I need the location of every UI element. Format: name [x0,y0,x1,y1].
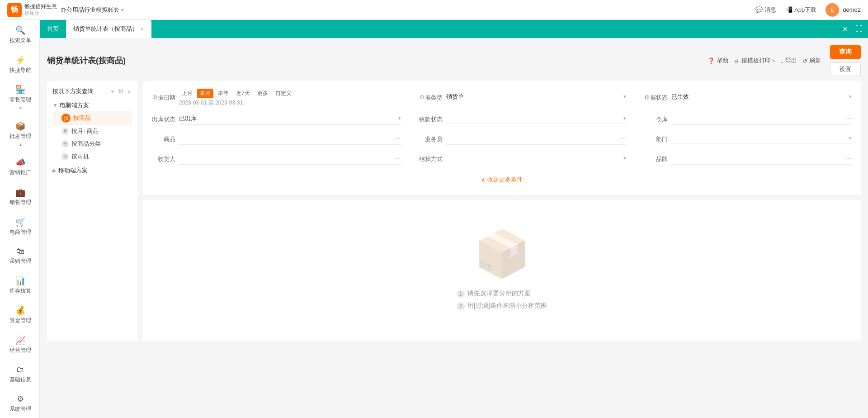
scheme-collapse-icon[interactable]: « [127,87,132,96]
user-name: demo2 [843,6,861,13]
avatar: E [826,3,839,17]
date-range-display: 2023-03-01 至 2023-03-31 [179,99,401,107]
filter-warehouse-control: ··· [671,114,852,125]
filter-out-status-select[interactable]: 已出库 ▾ [179,114,401,123]
message-label: 消息 [764,6,776,14]
workspace-selector[interactable]: 办公用品行业模拟账套 ▾ [61,6,124,14]
sidebar-item-marketing[interactable]: 📣 营销推广 [0,152,39,182]
sidebar: 🔍 搜索菜单 ⚡ 快捷导航 🏪 零售管理 ▾ 📦 批发管理 ▴ 📣 营销推广 💼… [0,20,40,418]
scheme-item-by-product[interactable]: 按 按商品 [52,111,132,125]
add-scheme-button[interactable]: + [110,87,115,96]
date-shortcut-this-year[interactable]: 本年 [215,89,231,98]
date-shortcut-more[interactable]: 更多 [255,89,271,98]
doc-type-arrow-icon: ▾ [623,94,626,100]
date-shortcut-prev-month[interactable]: 上月 [179,89,195,98]
filter-settlement-select[interactable]: ▾ [446,155,627,161]
filter-settlement-control: ▾ [446,155,627,163]
filter-doc-status-select[interactable]: 已生效 ▾ [671,93,852,101]
empty-hint-text-2: 用[过滤]条件来缩小分析范围 [467,302,547,310]
sidebar-item-purchase[interactable]: 🛍 采购管理 [0,241,39,271]
scheme-settings-icon[interactable]: ⚙ [117,87,125,96]
sidebar-item-quick-nav[interactable]: ⚡ 快捷导航 [0,50,39,80]
filter-row-3: 商品 ··· 业务 [152,132,852,147]
logo-area: 畅 畅捷信好生意 标账版 [7,3,57,17]
filter-salesperson-control: ··· [446,134,627,145]
filter-salesperson-select[interactable]: ··· [446,134,627,142]
filter-item-out-status: 出库状态 已出库 ▾ [152,112,401,127]
tab-home[interactable]: 首页 [40,20,66,38]
scheme-panel-header: 按以下方案查询 + ⚙ « [52,87,132,96]
template-print-button[interactable]: 🖨 按模板打印 ▾ [734,57,775,65]
scheme-item-by-driver[interactable]: 司 按司机 [52,150,132,163]
app-download-action[interactable]: 📲 App下载 [785,6,816,14]
scheme-item-label-by-product: 按商品 [73,114,91,122]
maximize-window-icon[interactable]: ⛶ [854,23,864,35]
operations-icon: 📈 [15,335,25,345]
settlement-arrow-icon: ▾ [623,155,626,161]
filter-item-salesperson: 业务员 ··· [419,132,627,147]
filter-doc-type-select[interactable]: 销货单 ▾ [446,93,627,101]
filter-out-status-control: 已出库 ▾ [179,114,401,125]
filter-out-status-value: 已出库 [179,114,197,123]
date-shortcut-custom[interactable]: 自定义 [273,89,294,98]
scheme-item-icon-by-product: 按 [61,114,71,123]
filter-recipient-select[interactable]: ··· [179,154,401,162]
logo-icon: 畅 [7,3,22,17]
workspace-arrow-icon: ▾ [121,7,124,13]
filter-payment-status-select[interactable]: ▾ [446,115,627,121]
scheme-item-by-month-product[interactable]: 月 按月+商品 [52,125,132,138]
scheme-group-mobile-title[interactable]: ▶ 移动端方案 [52,165,132,176]
filter-salesperson-label: 业务员 [419,135,446,143]
sidebar-item-system[interactable]: ⚙ 系统管理 [0,389,39,418]
export-button[interactable]: ↓ 导出 [781,57,797,65]
filter-brand-select[interactable]: ··· [671,154,852,162]
header-left: 畅 畅捷信好生意 标账版 办公用品行业模拟账套 ▾ [7,3,124,17]
warehouse-dots-icon: ··· [846,114,852,123]
scheme-group-desktop-title[interactable]: ▼ 电脑端方案 [52,100,132,111]
message-action[interactable]: 💬 消息 [755,6,776,14]
sidebar-label-system: 系统管理 [9,406,31,413]
settings-button[interactable]: 设置 [830,62,861,76]
tab-close-icon[interactable]: × [141,26,144,32]
template-print-label: 按模板打印 [741,57,771,65]
filter-doc-type-control: 销货单 ▾ [446,93,627,103]
sidebar-item-sales[interactable]: 💼 销售管理 [0,182,39,212]
sidebar-item-ecom[interactable]: 🛒 电商管理 [0,212,39,242]
scheme-panel-actions: + ⚙ « [110,87,132,96]
tab-sales-stats[interactable]: 销货单统计表（按商品） × [66,20,151,38]
ecom-icon: 🛒 [15,217,25,227]
sidebar-item-operations[interactable]: 📈 经营管理 [0,330,39,360]
filter-payment-status-control: ▾ [446,115,627,124]
date-shortcuts-row: 上月 本月 本年 近7天 更多 自定义 [179,89,401,98]
sidebar-label-ecom: 电商管理 [9,229,31,236]
help-button[interactable]: ❓ 帮助 [708,57,728,65]
filter-product-select[interactable]: ··· [179,134,401,142]
collapse-label: 收起更多条件 [487,176,523,184]
sidebar-item-finance[interactable]: 💰 资金管理 [0,300,39,330]
collapse-more-conditions-button[interactable]: ∧ 收起更多条件 [152,172,852,187]
close-window-icon[interactable]: ✕ [840,23,850,35]
inventory-icon: 📊 [15,276,25,286]
filter-department-select[interactable]: ▾ [671,135,852,141]
scheme-item-by-category[interactable]: 分 按商品分类 [52,138,132,150]
refresh-button[interactable]: ↺ 刷新 [802,57,821,65]
empty-state-illustration: 📦 [474,227,530,280]
sidebar-item-search-menu[interactable]: 🔍 搜索菜单 [0,20,39,50]
filter-warehouse-select[interactable]: ··· [671,114,852,123]
sidebar-item-wholesale[interactable]: 📦 批发管理 ▴ [0,116,39,152]
sidebar-item-base[interactable]: 🗂 基础信息 [0,360,39,389]
sidebar-label-search-menu: 搜索菜单 [9,37,31,44]
user-area[interactable]: E demo2 [826,3,861,17]
filter-department-control: ▾ [671,135,852,143]
empty-hint-2: 2 用[过滤]条件来缩小分析范围 [457,302,547,310]
sidebar-item-retail[interactable]: 🏪 零售管理 ▾ [0,79,39,116]
sidebar-item-inventory[interactable]: 📊 库存核算 [0,271,39,300]
tab-home-label: 首页 [47,25,59,33]
empty-hint-1: 1 请先选择要分析的方案 [457,290,547,298]
right-panel: 单据日期 上月 本月 本年 近7天 更多 自定义 [143,81,861,341]
date-shortcut-7days[interactable]: 近7天 [233,89,253,98]
date-shortcut-this-month[interactable]: 本月 [197,89,213,98]
query-button[interactable]: 查询 [830,45,861,59]
scheme-group-arrow-icon: ▼ [52,102,58,109]
filter-item-date: 单据日期 上月 本月 本年 近7天 更多 自定义 [152,89,401,107]
